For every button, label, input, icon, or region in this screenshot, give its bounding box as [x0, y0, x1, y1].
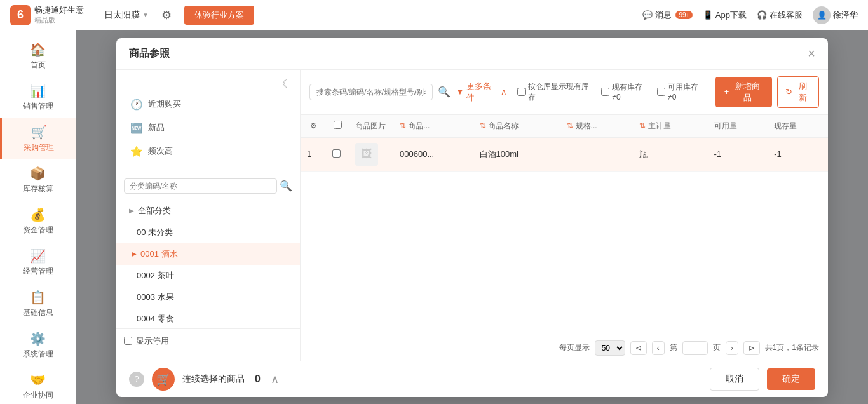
- footer-collapse-button[interactable]: ∧: [271, 372, 279, 386]
- category-search-button[interactable]: 🔍: [280, 180, 292, 192]
- sidebar-label-home: 首页: [31, 60, 46, 71]
- category-tea[interactable]: 0002 茶叶: [116, 265, 300, 286]
- trial-button[interactable]: 体验行业方案: [184, 6, 254, 25]
- category-snack[interactable]: 0004 零食: [116, 308, 300, 328]
- row-index: 1: [301, 137, 326, 171]
- product-search-input[interactable]: [309, 84, 433, 100]
- row-stock: -1: [768, 137, 828, 171]
- sidebar-item-purchase[interactable]: 🛒 采购管理: [0, 118, 76, 159]
- sidebar-item-sales[interactable]: 📊 销售管理: [0, 77, 76, 118]
- settings-icon[interactable]: ⚙: [161, 8, 172, 22]
- check-available-stock[interactable]: 可用库存≠0: [657, 82, 705, 102]
- last-page-button[interactable]: ⊳: [743, 341, 760, 355]
- sidebar-item-inventory[interactable]: 📦 库存核算: [0, 159, 76, 201]
- logo-text: 畅捷通好生意: [34, 5, 84, 15]
- confirm-button[interactable]: 确定: [767, 368, 815, 390]
- content-area: 商品参照 × 《 🕐 近期购买: [76, 30, 868, 404]
- messages-item[interactable]: 💬 消息 99+: [642, 10, 692, 21]
- check-warehouse-input[interactable]: [517, 88, 526, 96]
- code-column-header[interactable]: ⇅ 商品...: [393, 115, 473, 138]
- page-number-input[interactable]: 1: [682, 341, 708, 355]
- sort-icon: ⇅: [400, 121, 406, 130]
- cancel-button[interactable]: 取消: [710, 368, 759, 391]
- message-icon: 💬: [642, 10, 653, 20]
- check-current-stock[interactable]: 现有库存≠0: [601, 82, 649, 102]
- per-page-label: 每页显示: [559, 342, 590, 353]
- per-page-select[interactable]: 50: [595, 340, 625, 356]
- filter-icon: ▼: [456, 87, 464, 97]
- sidebar-item-finance[interactable]: 💰 资金管理: [0, 201, 76, 242]
- first-page-button[interactable]: ⊲: [630, 341, 647, 355]
- image-col-label: 商品图片: [355, 121, 386, 130]
- sidebar-item-basic-info[interactable]: 📋 基础信息: [0, 283, 76, 325]
- sidebar-item-operations[interactable]: 📈 经营管理: [0, 242, 76, 283]
- settings-column-header[interactable]: ⚙: [301, 115, 326, 138]
- category-uncategorized[interactable]: 00 未分类: [116, 222, 300, 243]
- category-all[interactable]: ▶ 全部分类: [116, 200, 300, 222]
- row-unit: 瓶: [633, 137, 707, 171]
- category-search-input[interactable]: [124, 178, 277, 194]
- product-table: ⚙ 商品图片 ⇅ 商品...: [301, 115, 828, 172]
- product-search-button[interactable]: 🔍: [438, 86, 451, 98]
- row-code: 000600...: [393, 137, 473, 171]
- sort-icon: ⇅: [480, 121, 486, 130]
- clock-icon: 🕐: [130, 98, 143, 111]
- sidebar-label-system: 系统管理: [23, 349, 53, 360]
- table-row[interactable]: 1 🖼: [301, 137, 828, 171]
- row-name: 白酒100ml: [473, 137, 561, 171]
- sidebar-item-enterprise[interactable]: 🤝 企业协同: [0, 366, 76, 404]
- select-all-checkbox[interactable]: [334, 121, 342, 129]
- collapse-left-panel-button[interactable]: 《: [272, 77, 292, 91]
- page-total-info: 共1页，1条记录: [765, 342, 819, 353]
- app-download-item[interactable]: 📱 App下载: [703, 10, 747, 21]
- star-icon: ⭐: [130, 145, 143, 158]
- refresh-button[interactable]: ↻ 刷新: [777, 76, 819, 108]
- quick-item-new[interactable]: 🆕 新品: [124, 118, 292, 138]
- sidebar-item-system[interactable]: ⚙️ 系统管理: [0, 325, 76, 366]
- quick-item-recent[interactable]: 🕐 近期购买: [124, 95, 292, 114]
- continuous-label: 连续选择的商品: [182, 374, 245, 385]
- category-fruit[interactable]: 0003 水果: [116, 286, 300, 308]
- quick-label-frequent: 频次高: [148, 145, 173, 157]
- help-button[interactable]: ?: [129, 372, 144, 387]
- nav-right: 💬 消息 99+ 📱 App下载 🎧 在线客服 👤 徐泽华: [642, 6, 858, 24]
- product-reference-modal: 商品参照 × 《 🕐 近期购买: [116, 38, 828, 397]
- more-conditions-label: 更多条件: [466, 81, 498, 104]
- modal-footer: ? 🛒 连续选择的商品 0 ∧ 取消 确定: [116, 361, 828, 397]
- plus-icon: +: [724, 87, 729, 97]
- selected-count: 0: [255, 374, 261, 385]
- row-checkbox[interactable]: [332, 149, 341, 158]
- display-disabled-checkbox[interactable]: [124, 337, 132, 345]
- logo-icon: 6: [10, 5, 31, 25]
- check-available-stock-input[interactable]: [657, 88, 665, 96]
- checkbox-column-header: [326, 115, 349, 138]
- user-item[interactable]: 👤 徐泽华: [813, 6, 858, 24]
- display-disabled-label: 显示停用: [136, 335, 169, 347]
- check-warehouse[interactable]: 按仓库显示现有库存: [517, 81, 594, 103]
- category-spirits[interactable]: ▶ 0001 酒水: [116, 243, 300, 265]
- more-conditions-button[interactable]: ▼ 更多条件 ∧: [456, 81, 506, 104]
- add-product-button[interactable]: + 新增商品: [715, 77, 773, 107]
- check-current-stock-input[interactable]: [601, 88, 609, 96]
- arrow-down-icon: ▶: [132, 250, 137, 257]
- row-checkbox-cell[interactable]: [326, 137, 349, 171]
- modal-header: 商品参照 ×: [116, 38, 828, 70]
- row-spec: [560, 137, 633, 171]
- cart-button[interactable]: 🛒: [152, 368, 175, 391]
- category-label: 0001 酒水: [140, 248, 178, 260]
- prev-page-button[interactable]: ‹: [652, 341, 665, 355]
- new-icon: 🆕: [130, 122, 143, 134]
- spec-column-header[interactable]: ⇅ 规格...: [560, 115, 633, 138]
- next-page-button[interactable]: ›: [726, 341, 738, 355]
- stock-column-header: 现存量: [768, 115, 828, 138]
- messages-badge: 99+: [675, 11, 692, 19]
- name-column-header[interactable]: ⇅ 商品名称: [473, 115, 561, 138]
- sales-icon: 📊: [30, 83, 46, 98]
- quick-item-frequent[interactable]: ⭐ 频次高: [124, 142, 292, 161]
- unit-column-header[interactable]: ⇅ 主计量: [633, 115, 707, 138]
- close-button[interactable]: ×: [808, 47, 815, 60]
- quick-label-new: 新品: [148, 122, 165, 133]
- service-item[interactable]: 🎧 在线客服: [757, 10, 803, 21]
- nav-selector[interactable]: 日太阳膜 ▼: [97, 10, 156, 21]
- sidebar-item-home[interactable]: 🏠 首页: [0, 36, 76, 77]
